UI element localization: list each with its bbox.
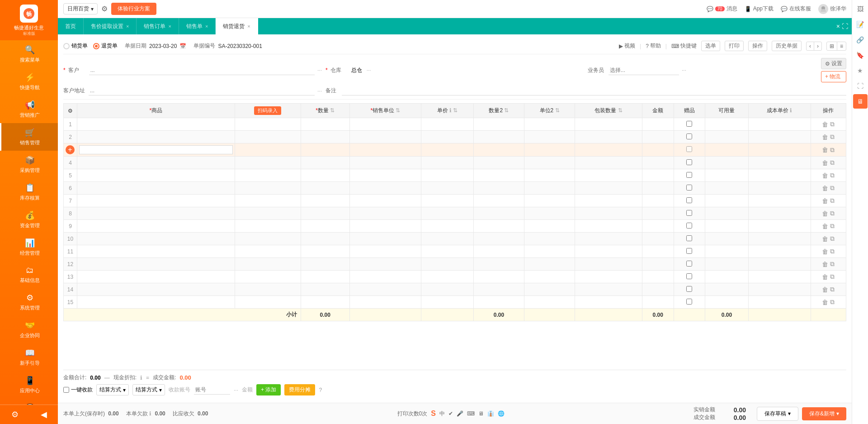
- gift-cell[interactable]: [674, 118, 705, 131]
- close-tab-icon[interactable]: ×: [836, 23, 840, 30]
- copy-row-icon[interactable]: ⧉: [830, 197, 835, 205]
- gift-checkbox[interactable]: [686, 248, 692, 254]
- video-btn[interactable]: ▶ 视频: [619, 42, 635, 50]
- gift-checkbox[interactable]: [686, 235, 692, 241]
- tab-price-settings-close[interactable]: ×: [126, 24, 129, 29]
- delete-row-icon[interactable]: 🗑: [822, 185, 828, 192]
- select-btn[interactable]: 选单: [701, 41, 720, 51]
- sidebar-item-system[interactable]: ⚙ 系统管理: [0, 288, 58, 316]
- delete-row-icon[interactable]: 🗑: [822, 197, 828, 205]
- nav-prev-btn[interactable]: ‹: [807, 42, 814, 50]
- address-input[interactable]: [89, 86, 315, 95]
- sidebar-item-sales[interactable]: 🛒 销售管理: [0, 123, 58, 151]
- gift-cell[interactable]: [674, 195, 705, 207]
- sidebar-item-shortcut[interactable]: ⚡ 快捷导航: [0, 68, 58, 95]
- delete-row-icon[interactable]: 🗑: [822, 261, 828, 268]
- settlement-method-select[interactable]: 结算方式 ▾: [96, 384, 129, 395]
- gift-checkbox[interactable]: [686, 223, 692, 229]
- sidebar-item-apps[interactable]: 📱 应用中心: [0, 371, 58, 399]
- radio-return[interactable]: 退货单: [93, 42, 118, 50]
- gift-checkbox[interactable]: [686, 286, 692, 292]
- product-cell[interactable]: [77, 220, 235, 233]
- gift-checkbox[interactable]: [686, 121, 692, 127]
- sidebar-item-guide[interactable]: 📖 新手引导: [0, 343, 58, 371]
- discount-info-icon[interactable]: ℹ: [140, 375, 142, 381]
- copy-row-icon[interactable]: ⧉: [830, 146, 835, 154]
- sidebar-item-wechat[interactable]: 💬 企业微信: [0, 399, 58, 405]
- expand-tab-icon[interactable]: ⛶: [842, 23, 848, 30]
- gift-cell[interactable]: [674, 233, 705, 245]
- save-draft-button[interactable]: 保存草稿 ▾: [757, 407, 798, 421]
- calc-method-select[interactable]: 结算方式 ▾: [132, 384, 165, 395]
- product-cell[interactable]: [77, 182, 235, 195]
- copy-row-icon[interactable]: ⧉: [830, 159, 835, 167]
- customer-more-icon[interactable]: ···: [317, 67, 322, 73]
- trial-plan-button[interactable]: 体验行业方案: [111, 3, 156, 15]
- sidebar-item-search[interactable]: 🔍 搜索菜单: [0, 40, 58, 68]
- save-new-button[interactable]: 保存&新增 ▾: [802, 407, 846, 420]
- delete-row-icon[interactable]: 🗑: [822, 121, 828, 128]
- nav-next-btn[interactable]: ›: [814, 42, 821, 50]
- online-service-btn[interactable]: 💬 在线客服: [781, 5, 811, 13]
- copy-row-icon[interactable]: ⧉: [830, 120, 835, 128]
- one-click-checkbox[interactable]: 一键收款: [63, 386, 93, 394]
- gift-cell[interactable]: [674, 245, 705, 258]
- sidebar-item-partner[interactable]: 🤝 企业协同: [0, 316, 58, 343]
- copy-row-icon[interactable]: ⧉: [830, 298, 835, 306]
- tab-sales-order-close[interactable]: ×: [168, 24, 171, 29]
- sidebar-item-purchase[interactable]: 📦 采购管理: [0, 151, 58, 178]
- topbar-settings-icon[interactable]: ⚙: [101, 5, 108, 13]
- delete-row-icon[interactable]: 🗑: [822, 146, 828, 153]
- sidebar-settings-btn[interactable]: ⚙: [11, 410, 19, 419]
- add-payment-button[interactable]: + 添加: [256, 384, 281, 395]
- delete-row-icon[interactable]: 🗑: [822, 210, 828, 217]
- product-cell[interactable]: [77, 207, 235, 220]
- date-value[interactable]: 2023-03-20: [149, 43, 177, 49]
- sidebar-item-inventory[interactable]: 📋 库存核算: [0, 178, 58, 206]
- product-cell[interactable]: [77, 283, 235, 296]
- view-grid-btn[interactable]: ⊞: [827, 42, 837, 50]
- product-cell[interactable]: [77, 143, 235, 157]
- gift-cell[interactable]: [674, 271, 705, 283]
- tab-sales-delivery[interactable]: 销售单 ×: [179, 18, 216, 34]
- product-cell[interactable]: [77, 131, 235, 143]
- settings-button[interactable]: ⚙ 设置: [821, 58, 846, 69]
- gift-checkbox[interactable]: [686, 172, 692, 178]
- sidebar-item-finance[interactable]: 💰 资金管理: [0, 206, 58, 233]
- print-btn[interactable]: 打印: [725, 41, 744, 51]
- sidebar-item-basic[interactable]: 🗂 基础信息: [0, 261, 58, 288]
- add-logistics-button[interactable]: + 物流: [821, 71, 846, 82]
- staff-input[interactable]: [609, 66, 679, 75]
- copy-row-icon[interactable]: ⧉: [830, 222, 835, 230]
- account-more-icon[interactable]: ···: [234, 387, 238, 393]
- delete-row-icon[interactable]: 🗑: [822, 273, 828, 281]
- product-input[interactable]: [79, 145, 233, 154]
- add-row-button[interactable]: +: [66, 145, 75, 154]
- history-btn[interactable]: 历史单据: [772, 41, 802, 51]
- order-debt-icon[interactable]: ℹ: [149, 410, 151, 417]
- gift-cell[interactable]: [674, 220, 705, 233]
- gift-checkbox[interactable]: [686, 133, 692, 139]
- product-cell[interactable]: [77, 195, 235, 207]
- tab-home[interactable]: 首页: [58, 18, 84, 34]
- delete-row-icon[interactable]: 🗑: [822, 248, 828, 255]
- scan-barcode-button[interactable]: 扫码录入: [254, 106, 281, 115]
- copy-row-icon[interactable]: ⧉: [830, 260, 835, 268]
- gift-cell[interactable]: [674, 143, 705, 157]
- gift-checkbox[interactable]: [686, 185, 692, 191]
- sidebar-item-marketing[interactable]: 📢 营销推广: [0, 95, 58, 123]
- sidebar-item-ops[interactable]: 📊 经营管理: [0, 233, 58, 261]
- op-btn[interactable]: 操作: [748, 41, 767, 51]
- copy-row-icon[interactable]: ⧉: [830, 235, 835, 243]
- gift-checkbox[interactable]: [686, 159, 692, 165]
- product-cell[interactable]: [77, 271, 235, 283]
- rs-bookmark-btn[interactable]: 🔖: [853, 48, 868, 62]
- copy-row-icon[interactable]: ⧉: [830, 172, 835, 179]
- delete-row-icon[interactable]: 🗑: [822, 159, 828, 167]
- rs-img-btn[interactable]: 🖼: [853, 2, 868, 16]
- copy-row-icon[interactable]: ⧉: [830, 133, 835, 141]
- radio-delivery[interactable]: 销货单: [63, 42, 88, 50]
- staff-more-icon[interactable]: ···: [682, 67, 686, 73]
- rs-expand-btn[interactable]: ⛶: [853, 79, 868, 93]
- gear-icon[interactable]: ⚙: [68, 108, 73, 114]
